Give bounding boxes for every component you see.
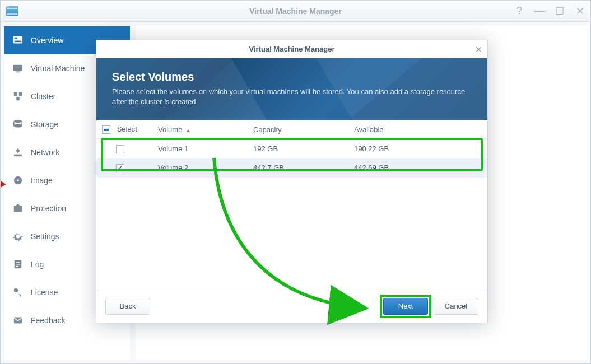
select-volumes-dialog: Virtual Machine Manager × Select Volumes… — [96, 40, 488, 323]
svg-point-10 — [14, 124, 22, 127]
svg-rect-6 — [14, 92, 17, 96]
sidebar-item-label: Virtual Machine — [31, 64, 85, 73]
cell-capacity: 192 GB — [248, 139, 348, 158]
svg-rect-17 — [16, 264, 20, 264]
sidebar-item-label: Protection — [31, 204, 66, 213]
volumes-table: Select Volume ▲ Capacity Available — [96, 120, 487, 177]
next-button[interactable]: Next — [383, 298, 428, 315]
help-icon[interactable]: ? — [514, 5, 524, 17]
window-controls: ? — ☐ ✕ — [514, 5, 585, 17]
dialog-header: Select Volumes Please select the volumes… — [96, 58, 487, 120]
table-row[interactable]: Volume 2 442.7 GB 442.69 GB — [96, 158, 487, 178]
vm-icon — [12, 63, 24, 74]
select-all-checkbox[interactable] — [102, 125, 110, 134]
dialog-body: Select Volume ▲ Capacity Available — [96, 120, 487, 289]
cell-volume: Volume 2 — [152, 158, 248, 178]
svg-rect-11 — [14, 155, 22, 157]
sidebar-item-label: Network — [31, 148, 59, 157]
dialog-footer: Back Next Cancel — [96, 290, 487, 323]
svg-point-9 — [14, 120, 22, 123]
window-title: Virtual Machine Manager — [249, 7, 342, 16]
storage-icon — [12, 119, 24, 130]
cell-capacity: 442.7 GB — [248, 158, 348, 178]
maximize-icon[interactable]: ☐ — [555, 5, 565, 17]
svg-rect-16 — [16, 262, 20, 263]
back-button[interactable]: Back — [105, 298, 150, 315]
svg-rect-8 — [16, 97, 19, 100]
svg-rect-7 — [19, 92, 22, 96]
dialog-description: Please select the volumes on which your … — [112, 87, 472, 107]
row-checkbox[interactable] — [116, 164, 124, 172]
cluster-icon — [12, 91, 24, 102]
cell-available: 442.69 GB — [348, 158, 487, 178]
minimize-icon[interactable]: — — [534, 5, 545, 17]
image-icon — [12, 175, 24, 186]
dialog-title: Virtual Machine Manager — [249, 45, 335, 53]
sort-asc-icon: ▲ — [185, 127, 191, 133]
body: Overview Virtual Machine Cluster Storage — [1, 22, 590, 363]
table-row[interactable]: Volume 1 192 GB 190.22 GB — [96, 139, 487, 158]
svg-rect-4 — [13, 65, 22, 71]
close-icon[interactable]: × — [475, 44, 482, 55]
overview-icon — [12, 35, 24, 46]
col-select[interactable]: Select — [96, 120, 152, 139]
col-volume[interactable]: Volume ▲ — [152, 120, 248, 139]
protection-icon — [12, 203, 24, 214]
sidebar-item-label: Overview — [31, 36, 63, 45]
cell-available: 190.22 GB — [348, 139, 487, 158]
close-icon[interactable]: ✕ — [575, 5, 585, 17]
sidebar-item-label: Storage — [31, 120, 58, 129]
log-icon — [12, 259, 24, 270]
sidebar-item-label: Log — [31, 260, 44, 269]
red-marker — [1, 181, 6, 188]
envelope-icon — [12, 315, 24, 326]
svg-rect-3 — [15, 41, 22, 42]
sidebar-item-label: Settings — [31, 232, 59, 241]
svg-point-19 — [14, 288, 18, 292]
sidebar-item-label: License — [31, 288, 58, 297]
row-checkbox[interactable] — [116, 145, 124, 153]
col-available[interactable]: Available — [348, 120, 487, 139]
sidebar-item-label: Feedback — [31, 316, 65, 325]
sidebar-item-label: Cluster — [31, 92, 55, 101]
app-window: Virtual Machine Manager ? — ☐ ✕ Overview… — [0, 0, 591, 364]
svg-rect-14 — [14, 206, 22, 212]
gear-icon — [12, 231, 24, 242]
svg-rect-18 — [16, 266, 18, 267]
svg-rect-20 — [14, 318, 22, 324]
cell-volume: Volume 1 — [152, 139, 248, 158]
svg-rect-2 — [15, 40, 22, 40]
sidebar-item-label: Image — [31, 176, 53, 185]
dialog-heading: Select Volumes — [112, 71, 472, 83]
key-icon — [12, 287, 24, 298]
svg-point-13 — [17, 179, 19, 181]
app-icon — [6, 6, 18, 16]
titlebar: Virtual Machine Manager ? — ☐ ✕ — [1, 1, 590, 22]
cancel-button[interactable]: Cancel — [434, 298, 478, 315]
dialog-titlebar: Virtual Machine Manager × — [96, 40, 487, 58]
svg-rect-5 — [16, 71, 20, 72]
svg-rect-1 — [15, 38, 17, 39]
network-icon — [12, 147, 24, 158]
col-capacity[interactable]: Capacity — [248, 120, 348, 139]
